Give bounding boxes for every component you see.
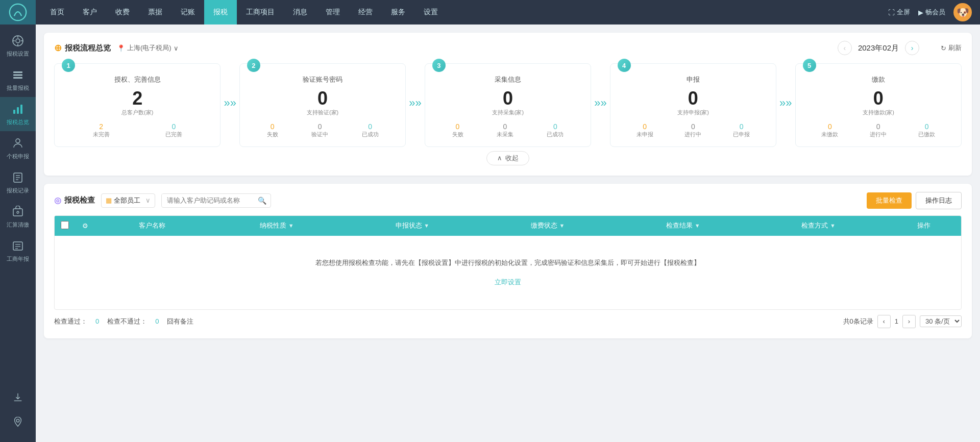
avatar[interactable]: 🐶 <box>953 3 972 21</box>
step-title-3: 采集信息 <box>435 75 580 84</box>
step-stats-5: 0 未缴款 0 进行中 0 已缴款 <box>806 122 951 138</box>
step-stat-4-2: 0 已申报 <box>733 122 750 138</box>
step-num-4: 4 <box>618 59 631 72</box>
svg-point-25 <box>16 419 19 422</box>
sidebar-item-location[interactable] <box>0 409 36 434</box>
nav-manage[interactable]: 管理 <box>316 0 349 24</box>
logo-icon <box>9 3 27 21</box>
step-stat-label-3-1: 未采集 <box>497 131 513 138</box>
step-arrow-3: »» <box>591 96 609 110</box>
search-button[interactable]: 🔍 <box>254 194 271 207</box>
prev-page-btn[interactable]: ‹ <box>877 315 891 328</box>
tax-nature-filter-icon[interactable]: ▼ <box>288 223 294 229</box>
step-stat-2-0: 0 失败 <box>267 122 278 138</box>
batch-check-btn[interactable]: 批量检查 <box>867 192 912 209</box>
table-header-settings-col: ⚙ <box>75 216 95 236</box>
fullscreen-btn[interactable]: ⛶ 全屏 <box>888 8 910 17</box>
sidebar-item-download[interactable] <box>0 385 36 409</box>
refresh-btn[interactable]: ↻ 刷新 <box>941 43 962 53</box>
next-page-btn[interactable]: › <box>902 315 916 328</box>
table-header-declare-status: 申报状态 ▼ <box>345 216 480 236</box>
collapse-btn[interactable]: ∧ 收起 <box>486 151 529 165</box>
sidebar-item-tax-records[interactable]: 报税记录 <box>0 165 36 200</box>
step-stat-val-4-1: 0 <box>684 122 701 131</box>
step-stat-label-4-2: 已申报 <box>733 131 750 138</box>
nav-commerce[interactable]: 工商项目 <box>237 0 284 24</box>
sidebar-item-annual-report[interactable]: 工商年报 <box>0 234 36 268</box>
step-stat-val-3-1: 0 <box>497 122 513 131</box>
nav-invoice[interactable]: 票据 <box>139 0 172 24</box>
location-badge[interactable]: 📍 上海(电子税局) ∨ <box>117 43 179 53</box>
nav-tax[interactable]: 报税 <box>204 0 237 24</box>
operation-log-btn[interactable]: 操作日志 <box>916 192 962 209</box>
step-stat-label-2-0: 失败 <box>267 131 278 138</box>
annual-report-icon <box>11 239 25 253</box>
check-method-filter-icon[interactable]: ▼ <box>830 223 836 229</box>
vip-btn[interactable]: ▶ 畅会员 <box>918 8 945 17</box>
fail-count[interactable]: 0 <box>155 317 159 325</box>
step-count-4: 0 <box>621 88 766 109</box>
sidebar-item-settlement[interactable]: 汇算清缴 <box>0 200 36 234</box>
nav-service[interactable]: 服务 <box>382 0 414 24</box>
footer-right: 共0条记录 ‹ 1 › 30 条/页 <box>843 315 962 328</box>
pass-count[interactable]: 0 <box>95 317 99 325</box>
collapse-icon: ∧ <box>497 154 502 162</box>
step-stat-label-5-1: 进行中 <box>870 131 887 138</box>
svg-rect-11 <box>17 107 19 114</box>
nav-home[interactable]: 首页 <box>41 0 74 24</box>
declare-status-filter-icon[interactable]: ▼ <box>424 223 429 229</box>
search-input[interactable] <box>162 194 254 207</box>
refresh-icon: ↻ <box>941 44 946 52</box>
setup-link[interactable]: 立即设置 <box>495 278 521 286</box>
pay-status-filter-icon[interactable]: ▼ <box>559 223 565 229</box>
vip-icon: ▶ <box>918 9 923 16</box>
nav-settings[interactable]: 设置 <box>414 0 447 24</box>
check-result-filter-icon[interactable]: ▼ <box>695 223 700 229</box>
per-page-select[interactable]: 30 条/页 <box>920 315 962 327</box>
sidebar-item-individual-tax[interactable]: 个税申报 <box>0 131 36 165</box>
nav-items: 首页 客户 收费 票据 记账 报税 工商项目 消息 管理 经营 服务 设置 <box>36 0 888 24</box>
check-header: ◎ 报税检查 ▦ 全部员工 ∨ 🔍 批量检查 操作日志 <box>54 192 962 209</box>
step-stats-3: 0 失败 0 未采集 0 已成功 <box>435 122 580 138</box>
step-sub-5: 支持缴款(家) <box>806 109 951 116</box>
step-stat-val-2-1: 0 <box>311 122 328 131</box>
top-nav: 首页 客户 收费 票据 记账 报税 工商项目 消息 管理 经营 服务 设置 ⛶ … <box>0 0 980 24</box>
step-stats-2: 0 失败 0 验证中 0 已成功 <box>250 122 395 138</box>
svg-rect-20 <box>13 242 22 250</box>
empty-state: 若您想使用报税检查功能，请先在【报税设置】中进行报税的初始化设置，完成密码验证和… <box>55 236 961 309</box>
table-settings-icon[interactable]: ⚙ <box>82 222 88 230</box>
step-title-4: 申报 <box>621 75 766 84</box>
nav-message[interactable]: 消息 <box>284 0 316 24</box>
fullscreen-label: 全屏 <box>897 8 910 17</box>
prev-month-btn[interactable]: ‹ <box>838 41 852 55</box>
step-arrow-2: »» <box>406 96 424 110</box>
nav-bookkeeping[interactable]: 记账 <box>172 0 204 24</box>
sidebar-item-tax-settings[interactable]: 报税设置 <box>0 29 36 63</box>
step-stat-4-1: 0 进行中 <box>684 122 701 138</box>
flow-steps-row: 1 授权、完善信息 2 总客户数(家) 2 未完善 0 已完善 »» <box>54 63 962 147</box>
tax-records-icon <box>11 170 25 185</box>
select-all-checkbox[interactable] <box>61 221 69 229</box>
table-header-check-method: 检查方式 ▼ <box>751 216 886 236</box>
step-stat-label-3-0: 失败 <box>452 131 463 138</box>
step-stat-label-1-1: 已完善 <box>165 131 182 138</box>
note-label: 囧有备注 <box>167 317 193 326</box>
nav-fee[interactable]: 收费 <box>106 0 139 24</box>
svg-rect-8 <box>13 75 22 76</box>
svg-rect-18 <box>13 209 22 216</box>
nav-operation[interactable]: 经营 <box>349 0 382 24</box>
tax-settings-icon <box>11 34 25 48</box>
fail-label: 检查不通过： <box>107 317 147 326</box>
nav-customer[interactable]: 客户 <box>74 0 106 24</box>
header-right-btns: 批量检查 操作日志 <box>867 192 962 209</box>
sidebar-item-batch-tax[interactable]: 批量报税 <box>0 63 36 97</box>
sidebar-item-tax-overview[interactable]: 报税总览 <box>0 97 36 131</box>
next-month-btn[interactable]: › <box>905 41 919 55</box>
sidebar: 报税设置 批量报税 报税总览 个税申报 报税记录 汇算清缴 工商年报 <box>0 24 36 442</box>
batch-tax-icon <box>11 68 25 82</box>
step-arrow-1: »» <box>220 96 239 110</box>
step-count-1: 2 <box>65 88 210 109</box>
step-num-5: 5 <box>803 59 816 72</box>
step-stat-val-2-0: 0 <box>267 122 278 131</box>
employee-select[interactable]: ▦ 全部员工 ∨ <box>101 193 155 208</box>
